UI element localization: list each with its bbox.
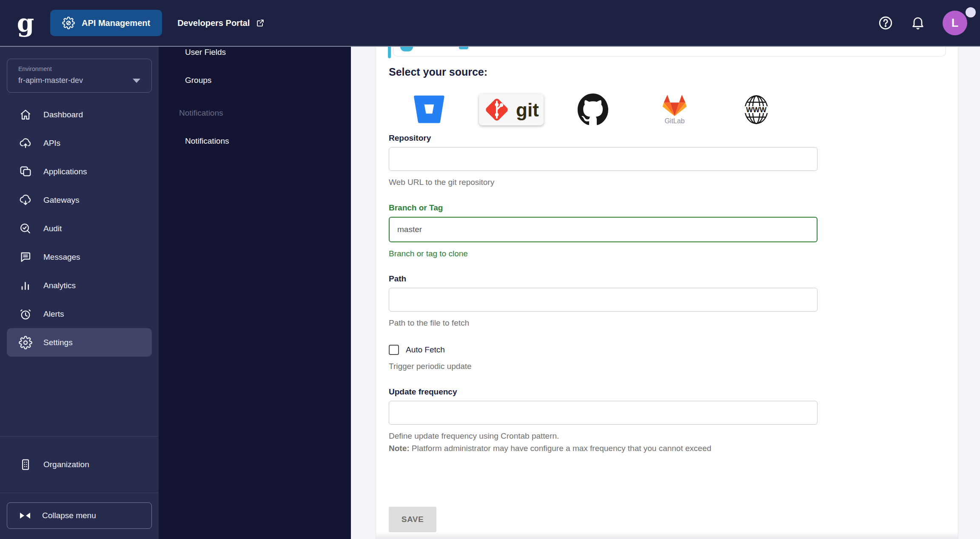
repository-input[interactable]: [389, 147, 818, 171]
update-frequency-input[interactable]: [389, 401, 818, 425]
branch-input[interactable]: [389, 217, 818, 242]
alarm-clock-icon: [19, 307, 32, 321]
svg-text:WWW: WWW: [746, 106, 767, 114]
www-globe-icon: WWW: [741, 94, 771, 125]
sidebar-item-messages[interactable]: Messages: [0, 243, 159, 271]
source-bitbucket[interactable]: [389, 95, 470, 125]
bar-chart-icon: [19, 279, 32, 292]
github-octocat-icon: [578, 94, 608, 126]
auto-fetch-toggle[interactable]: Auto Fetch: [389, 345, 958, 355]
save-button[interactable]: SAVE: [389, 507, 436, 532]
sidebar-item-label: Gateways: [43, 196, 79, 205]
collapse-menu-button[interactable]: Collapse menu: [7, 502, 152, 529]
sidebar-item-label: Settings: [43, 338, 73, 347]
update-frequency-hint: Define update frequency using Crontab pa…: [389, 431, 818, 442]
avatar-initial: L: [952, 17, 959, 30]
branch-label: Branch or Tag: [389, 203, 958, 213]
toggle-tick: [459, 47, 468, 49]
sidebar-item-analytics[interactable]: Analytics: [0, 271, 159, 300]
environment-selector[interactable]: Environment fr-apim-master-dev: [7, 59, 152, 93]
sidebar-item-label: Analytics: [43, 281, 76, 290]
collapse-arrows-icon: [19, 512, 31, 519]
repository-label: Repository: [389, 133, 958, 143]
sidebar-item-label: Audit: [43, 224, 62, 233]
cloud-download-icon: [19, 193, 32, 207]
repository-hint: Web URL to the git repository: [389, 177, 818, 188]
repository-field: Repository Web URL to the git repository: [389, 133, 958, 188]
sidebar-item-alerts[interactable]: Alerts: [0, 300, 159, 328]
update-frequency-field: Update frequency Define update frequency…: [389, 387, 958, 454]
sidebar-item-applications[interactable]: Applications: [0, 157, 159, 186]
sidebar-item-label: Alerts: [43, 309, 64, 319]
avatar-status-dot: [966, 7, 976, 17]
update-frequency-label: Update frequency: [389, 387, 958, 397]
sidebar-item-label: Dashboard: [43, 110, 83, 119]
clipped-toggle-row[interactable]: [393, 47, 946, 57]
auto-fetch-hint: Trigger periodic update: [389, 361, 818, 372]
message-bubble-icon: [19, 250, 32, 264]
gravitee-logo[interactable]: g: [13, 0, 38, 46]
settings-subnav: User Fields Groups Notifications Notific…: [159, 47, 351, 539]
sidebar-item-label: Applications: [43, 167, 87, 176]
audit-search-check-icon: [19, 222, 32, 235]
source-git[interactable]: git: [470, 94, 552, 125]
subnav-item-user-fields[interactable]: User Fields: [159, 47, 351, 66]
sidebar-item-audit[interactable]: Audit: [0, 214, 159, 243]
primary-nav: Dashboard APIs Applications: [0, 100, 159, 357]
git-selected-card: git: [479, 94, 544, 125]
sidebar-item-label: Messages: [43, 252, 80, 262]
sidebar-item-gateways[interactable]: Gateways: [0, 186, 159, 214]
path-field: Path Path to the file to fetch: [389, 274, 958, 329]
subnav-section-notifications: Notifications: [159, 99, 351, 127]
external-link-icon: [256, 18, 265, 28]
notifications-bell-button[interactable]: [910, 15, 926, 31]
sidebar-divider: [0, 493, 159, 493]
topbar: g API Management Developers Portal: [0, 0, 980, 47]
developers-portal-label: Developers Portal: [177, 18, 250, 28]
source-picker: git: [389, 89, 801, 130]
subnav-item-label: Notifications: [185, 136, 229, 146]
page-title: Select your source:: [389, 66, 958, 78]
auto-fetch-label: Auto Fetch: [406, 345, 445, 355]
subnav-item-label: Groups: [185, 76, 211, 85]
source-www[interactable]: WWW: [715, 94, 797, 125]
sidebar-item-settings[interactable]: Settings: [7, 328, 152, 357]
organization-building-icon: [19, 458, 32, 471]
api-management-button[interactable]: API Management: [50, 10, 162, 36]
sidebar-item-organization[interactable]: Organization: [0, 451, 159, 479]
bitbucket-icon: [413, 95, 446, 125]
path-input[interactable]: [389, 288, 818, 312]
help-button[interactable]: [878, 15, 893, 31]
subnav-item-label: User Fields: [185, 48, 226, 57]
sidebar-item-dashboard[interactable]: Dashboard: [0, 100, 159, 129]
content-card: Select your source:: [376, 47, 958, 539]
note-text: Platform administrator may have configur…: [410, 444, 712, 453]
home-icon: [19, 108, 32, 122]
bottom-gradient: [376, 532, 958, 539]
topbar-actions: L: [878, 11, 967, 35]
auto-fetch-checkbox[interactable]: [389, 345, 399, 355]
git-wordmark: git: [516, 101, 539, 119]
developers-portal-link[interactable]: Developers Portal: [177, 18, 265, 28]
api-management-label: API Management: [82, 18, 150, 28]
gitlab-caption: GitLab: [664, 117, 684, 125]
gitlab-tanuki-icon: [661, 94, 688, 116]
environment-value: fr-apim-master-dev: [18, 76, 83, 85]
sidebar-item-apis[interactable]: APIs: [0, 129, 159, 157]
path-hint: Path to the file to fetch: [389, 318, 818, 329]
main-pane: Select your source:: [351, 47, 980, 539]
applications-copy-icon: [19, 165, 32, 179]
user-avatar[interactable]: L: [943, 11, 967, 35]
toggle-knob: [400, 47, 413, 51]
update-frequency-note: Note: Platform administrator may have co…: [389, 443, 818, 454]
subnav-item-notifications[interactable]: Notifications: [159, 127, 351, 155]
sidebar-item-label: APIs: [43, 139, 60, 148]
sidebar-divider: [0, 436, 159, 437]
subnav-item-groups[interactable]: Groups: [159, 66, 351, 94]
collapse-menu-label: Collapse menu: [42, 511, 96, 520]
source-gitlab[interactable]: GitLab: [634, 94, 715, 125]
source-github[interactable]: [552, 94, 634, 126]
git-icon: [484, 96, 510, 123]
environment-label: Environment: [18, 65, 140, 72]
cloud-upload-icon: [19, 136, 32, 150]
